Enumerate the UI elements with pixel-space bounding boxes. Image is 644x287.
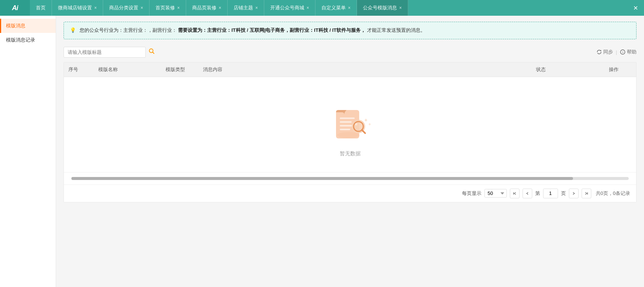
nav-tab-close-weshop[interactable]: ×	[94, 6, 97, 10]
search-bar: 同步 | ? 帮助	[64, 47, 637, 58]
next-page-button[interactable]	[569, 189, 579, 198]
svg-rect-6	[340, 117, 355, 119]
horizontal-scrollbar[interactable]	[71, 177, 629, 180]
th-type: 模版类型	[161, 62, 198, 77]
notice-suffix: 才能正常发送预置的消息。	[367, 27, 425, 33]
last-page-button[interactable]	[582, 189, 591, 198]
notice-icon: 💡	[70, 27, 76, 33]
divider: |	[616, 49, 617, 55]
nav-tab-weshop[interactable]: 微商城店铺设置×	[52, 0, 103, 16]
first-page-icon	[513, 192, 517, 195]
th-seq: 序号	[64, 62, 94, 77]
nav-tab-home[interactable]: 首页	[30, 0, 52, 16]
last-page-icon	[585, 192, 588, 195]
nav-tab-label-custom-menu: 自定义菜单	[321, 4, 346, 11]
search-left	[64, 47, 155, 58]
nav-tab-label-open-mall: 开通公众号商城	[270, 4, 304, 11]
total-info: 共0页，0条记录	[596, 190, 630, 197]
nav-tab-category[interactable]: 商品分类设置×	[103, 0, 150, 16]
prev-page-icon	[526, 192, 529, 195]
svg-rect-8	[340, 125, 353, 126]
search-input[interactable]	[64, 47, 146, 58]
sync-label: 同步	[603, 49, 613, 55]
page-size-select[interactable]: 50 10 20 100	[484, 189, 507, 198]
sidebar-item-template-msg[interactable]: 模版消息	[0, 19, 56, 33]
nav-tab-label-home: 首页	[36, 4, 46, 11]
page-unit: 页	[561, 190, 566, 197]
empty-illustration	[328, 100, 373, 144]
nav-tab-label-shop-theme: 店铺主题	[234, 4, 253, 11]
nav-tab-label-category: 商品分类设置	[109, 4, 138, 11]
first-page-button[interactable]	[510, 189, 520, 198]
next-page-icon	[572, 192, 576, 195]
nav-tab-label-homepage-decor: 首页装修	[155, 4, 175, 11]
page-word: 第	[535, 190, 540, 197]
nav-tab-close-open-mall[interactable]: ×	[306, 6, 309, 10]
nav-tab-close-homepage-decor[interactable]: ×	[177, 6, 180, 10]
notice-highlight: 需要设置为：主营行业：IT科技 / 互联网|电子商务，副营行业：IT科技 / I…	[178, 27, 366, 33]
sidebar-item-template-msg-log[interactable]: 模版消息记录	[0, 33, 56, 47]
notice-prefix: 您的公众号行业为：主营行业：，副营行业：	[80, 27, 177, 33]
table-container: 序号 模版名称 模版类型 消息内容 状态 操作	[64, 62, 637, 202]
empty-text: 暂无数据	[340, 150, 361, 157]
th-name: 模版名称	[94, 62, 161, 77]
pagination: 每页显示 50 10 20 100	[64, 184, 636, 202]
nav-tab-custom-menu[interactable]: 自定义菜单×	[315, 0, 357, 16]
scrollbar-area	[64, 172, 636, 184]
svg-line-1	[153, 52, 154, 54]
search-button[interactable]	[149, 48, 155, 56]
svg-text:?: ?	[622, 51, 624, 54]
top-nav: Ai 首页微商城店铺设置×商品分类设置×首页装修×商品页装修×店铺主题×开通公众…	[0, 0, 644, 16]
app-logo: Ai	[0, 0, 30, 16]
th-action: 操作	[591, 62, 636, 77]
nav-tab-label-weshop: 微商城店铺设置	[58, 4, 92, 11]
nav-tab-product-decor[interactable]: 商品页装修×	[186, 0, 228, 16]
sync-button[interactable]: 同步	[597, 49, 613, 55]
sidebar: 模版消息模版消息记录	[0, 16, 56, 287]
global-close-button[interactable]: ✕	[627, 4, 644, 12]
nav-tab-template-msg[interactable]: 公众号模版消息×	[357, 0, 408, 16]
scrollbar-thumb	[71, 177, 573, 180]
help-icon: ?	[620, 49, 625, 55]
th-status: 状态	[531, 62, 591, 77]
search-right: 同步 | ? 帮助	[597, 49, 637, 55]
nav-tab-close-category[interactable]: ×	[141, 6, 143, 10]
notice-banner: 💡 您的公众号行业为：主营行业：，副营行业： 需要设置为：主营行业：IT科技 /…	[64, 22, 637, 39]
sync-icon	[597, 49, 602, 55]
nav-tab-label-product-decor: 商品页装修	[192, 4, 216, 11]
th-content: 消息内容	[198, 62, 531, 77]
help-button[interactable]: ? 帮助	[620, 49, 637, 55]
nav-tab-close-shop-theme[interactable]: ×	[255, 6, 258, 10]
table-header: 序号 模版名称 模版类型 消息内容 状态 操作	[64, 62, 636, 77]
nav-tab-close-custom-menu[interactable]: ×	[348, 6, 351, 10]
nav-tab-label-template-msg: 公众号模版消息	[363, 4, 397, 11]
page-size-label: 每页显示	[462, 190, 481, 197]
help-label: 帮助	[627, 49, 637, 55]
nav-tab-homepage-decor[interactable]: 首页装修×	[150, 0, 186, 16]
nav-tab-open-mall[interactable]: 开通公众号商城×	[264, 0, 315, 16]
svg-rect-7	[340, 121, 352, 123]
search-icon	[149, 48, 155, 54]
empty-state: 暂无数据	[64, 77, 636, 172]
page-number-input[interactable]	[543, 189, 558, 198]
prev-page-button[interactable]	[523, 189, 532, 198]
svg-point-13	[355, 123, 357, 125]
nav-tab-close-product-decor[interactable]: ×	[219, 6, 221, 10]
nav-tab-close-template-msg[interactable]: ×	[399, 6, 402, 10]
svg-rect-9	[340, 129, 350, 130]
main-layout: 模版消息模版消息记录 💡 您的公众号行业为：主营行业：，副营行业： 需要设置为：…	[0, 16, 644, 287]
content-area: 💡 您的公众号行业为：主营行业：，副营行业： 需要设置为：主营行业：IT科技 /…	[56, 16, 644, 287]
nav-tab-shop-theme[interactable]: 店铺主题×	[228, 0, 264, 16]
